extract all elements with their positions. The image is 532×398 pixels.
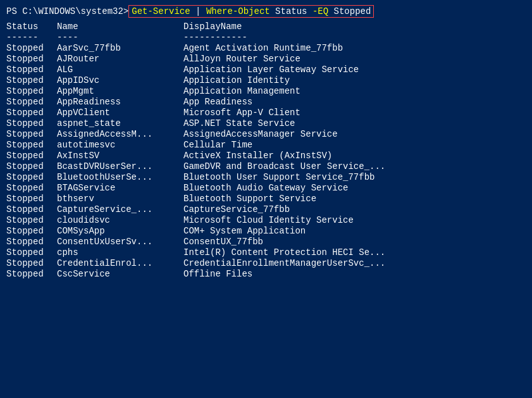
cmd-get-service: Get-Service <box>132 6 190 16</box>
cell-name: bthserv <box>57 194 183 204</box>
table-row: StoppedcphsIntel(R) Content Protection H… <box>6 247 526 258</box>
cmd-pipe: | <box>190 6 206 16</box>
cell-status: Stopped <box>6 86 57 97</box>
cell-name: AppIDSvc <box>57 75 183 86</box>
table-row: StoppedbthservBluetooth Support Service <box>6 194 526 204</box>
table-body: StoppedAarSvc_77fbbAgent Activation Runt… <box>6 43 526 280</box>
cell-status: Stopped <box>6 129 57 140</box>
cell-display: App Readiness <box>183 97 526 108</box>
cell-name: ALG <box>57 65 183 75</box>
cell-display: Agent Activation Runtime_77fbb <box>183 43 526 54</box>
table-row: StoppedCaptureService_...CaptureService_… <box>6 204 526 215</box>
cell-status: Stopped <box>6 237 57 247</box>
cell-display: Intel(R) Content Protection HECI Se... <box>183 247 526 258</box>
table-row: StoppedAppIDSvcApplication Identity <box>6 75 526 86</box>
table-row: StoppedAssignedAccessM...AssignedAccessM… <box>6 129 526 140</box>
cell-display: Bluetooth Audio Gateway Service <box>183 183 526 194</box>
cell-name: CaptureService_... <box>57 204 183 215</box>
cell-display: CredentialEnrollmentManagerUserSvc_... <box>183 258 526 269</box>
cell-display: AssignedAccessManager Service <box>183 129 526 140</box>
cell-status: Stopped <box>6 54 57 65</box>
cell-name: AppVClient <box>57 108 183 118</box>
table-row: StoppedautotimesvcCellular Time <box>6 140 526 151</box>
prompt-text: PS C:\WINDOWS\system32> <box>6 6 128 16</box>
cell-name: BTAGService <box>57 183 183 194</box>
sep-status: ------ <box>6 32 57 43</box>
cell-name: aspnet_state <box>57 118 183 129</box>
cell-status: Stopped <box>6 215 57 226</box>
table-row: StoppedAJRouterAllJoyn Router Service <box>6 54 526 65</box>
sep-display: ------------ <box>183 32 526 43</box>
cell-name: CredentialEnrol... <box>57 258 183 269</box>
cmd-where-object: Where-Object <box>206 6 270 16</box>
cell-display: Offline Files <box>183 269 526 280</box>
table-row: StoppedAxInstSVActiveX Installer (AxInst… <box>6 151 526 161</box>
table-row: StoppedAppVClientMicrosoft App-V Client <box>6 108 526 118</box>
cmd-eq-flag: -EQ <box>307 6 334 16</box>
cell-status: Stopped <box>6 258 57 269</box>
cell-name: AppReadiness <box>57 97 183 108</box>
cell-name: BcastDVRUserSer... <box>57 161 183 172</box>
cell-status: Stopped <box>6 247 57 258</box>
table-row: StoppedcloudidsvcMicrosoft Cloud Identit… <box>6 215 526 226</box>
cell-status: Stopped <box>6 204 57 215</box>
cell-display: AllJoyn Router Service <box>183 54 526 65</box>
cell-name: COMSysApp <box>57 226 183 237</box>
table-row: StoppedCscServiceOffline Files <box>6 269 526 280</box>
cell-name: cphs <box>57 247 183 258</box>
cell-name: AppMgmt <box>57 86 183 97</box>
cell-display: ConsentUX_77fbb <box>183 237 526 247</box>
cell-status: Stopped <box>6 43 57 54</box>
cell-display: Bluetooth Support Service <box>183 194 526 204</box>
cell-status: Stopped <box>6 65 57 75</box>
table-row: StoppedALGApplication Layer Gateway Serv… <box>6 65 526 75</box>
cmd-status-param: Status <box>275 6 307 16</box>
cmd-space1 <box>270 6 275 16</box>
command-box: Get-Service | Where-Object Status -EQ St… <box>128 5 374 18</box>
cell-name: CscService <box>57 269 183 280</box>
cell-name: BluetoothUserSe... <box>57 172 183 183</box>
cell-display: Cellular Time <box>183 140 526 151</box>
cell-display: Application Identity <box>183 75 526 86</box>
cell-display: COM+ System Application <box>183 226 526 237</box>
cell-display: Application Layer Gateway Service <box>183 65 526 75</box>
cell-status: Stopped <box>6 108 57 118</box>
cell-name: AJRouter <box>57 54 183 65</box>
cell-status: Stopped <box>6 194 57 204</box>
table-row: StoppedCredentialEnrol...CredentialEnrol… <box>6 258 526 269</box>
cell-display: Microsoft App-V Client <box>183 108 526 118</box>
cell-name: ConsentUxUserSv... <box>57 237 183 247</box>
table-header-row: Status Name DisplayName <box>6 22 526 32</box>
header-display: DisplayName <box>183 22 526 32</box>
table-row: StoppedAppMgmtApplication Management <box>6 86 526 97</box>
table-row: StoppedConsentUxUserSv...ConsentUX_77fbb <box>6 237 526 247</box>
cell-status: Stopped <box>6 172 57 183</box>
cell-status: Stopped <box>6 161 57 172</box>
table-row: Stoppedaspnet_stateASP.NET State Service <box>6 118 526 129</box>
cell-status: Stopped <box>6 226 57 237</box>
cell-display: Bluetooth User Support Service_77fbb <box>183 172 526 183</box>
header-name: Name <box>57 22 183 32</box>
prompt-line: PS C:\WINDOWS\system32> Get-Service | Wh… <box>6 5 526 18</box>
cell-display: Application Management <box>183 86 526 97</box>
cell-display: ActiveX Installer (AxInstSV) <box>183 151 526 161</box>
cell-name: AarSvc_77fbb <box>57 43 183 54</box>
cell-status: Stopped <box>6 75 57 86</box>
table-row: StoppedBluetoothUserSe...Bluetooth User … <box>6 172 526 183</box>
table-row: StoppedAarSvc_77fbbAgent Activation Runt… <box>6 43 526 54</box>
table-row: StoppedCOMSysAppCOM+ System Application <box>6 226 526 237</box>
header-status: Status <box>6 22 57 32</box>
cell-name: AxInstSV <box>57 151 183 161</box>
cell-status: Stopped <box>6 118 57 129</box>
cell-display: ASP.NET State Service <box>183 118 526 129</box>
table-row: StoppedBcastDVRUserSer...GameDVR and Bro… <box>6 161 526 172</box>
table-row: StoppedAppReadinessApp Readiness <box>6 97 526 108</box>
cell-name: AssignedAccessM... <box>57 129 183 140</box>
cell-name: autotimesvc <box>57 140 183 151</box>
cell-status: Stopped <box>6 183 57 194</box>
table-separator-row: ------ ---- ------------ <box>6 32 526 43</box>
cell-status: Stopped <box>6 269 57 280</box>
terminal-window: PS C:\WINDOWS\system32> Get-Service | Wh… <box>0 0 532 398</box>
sep-name: ---- <box>57 32 183 43</box>
cell-display: Microsoft Cloud Identity Service <box>183 215 526 226</box>
